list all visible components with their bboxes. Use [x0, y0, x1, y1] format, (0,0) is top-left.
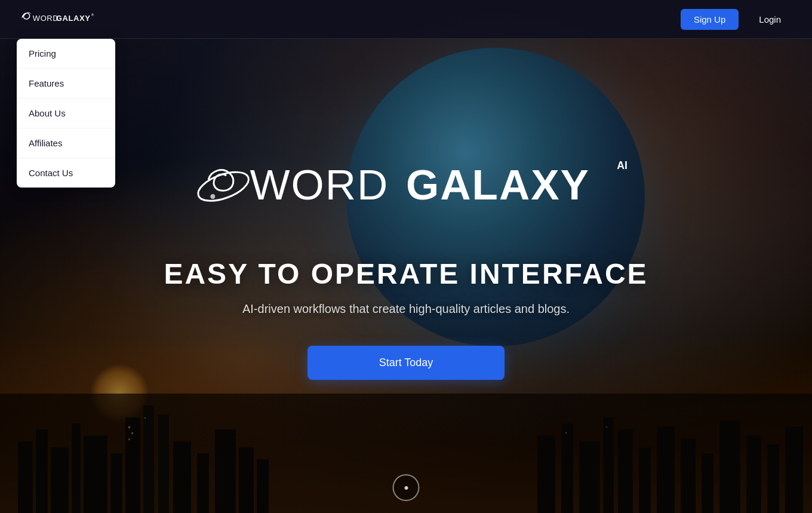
svg-text:GALAXY: GALAXY [56, 14, 91, 23]
nav-buttons: Sign Up Login [681, 9, 794, 30]
logo-icon: WORD GALAXY ® [18, 5, 96, 33]
menu-item-about-us[interactable]: About Us [17, 99, 115, 128]
svg-text:WORD: WORD [250, 161, 389, 208]
menu-item-features[interactable]: Features [17, 69, 115, 99]
login-button[interactable]: Login [746, 9, 794, 30]
svg-text:®: ® [91, 13, 94, 17]
hero-content: WORD GALAXY AI EASY TO OPERATE INTERFACE… [0, 0, 812, 513]
hero-title: EASY TO OPERATE INTERFACE [164, 257, 648, 290]
menu-item-contact-us[interactable]: Contact Us [17, 158, 115, 188]
dropdown-menu: Pricing Features About Us Affiliates Con… [17, 39, 115, 188]
hero-subtitle: AI-driven workflows that create high-qua… [242, 302, 570, 316]
scroll-circle [393, 474, 420, 501]
svg-text:AI: AI [617, 159, 628, 171]
svg-point-38 [210, 194, 215, 199]
menu-item-pricing[interactable]: Pricing [17, 39, 115, 69]
scroll-dot [404, 486, 408, 490]
svg-point-37 [195, 167, 253, 207]
start-today-button[interactable]: Start Today [307, 346, 505, 380]
hero-logo: WORD GALAXY AI [182, 151, 630, 221]
navbar: WORD GALAXY ® Sign Up Login [0, 0, 812, 39]
svg-text:WORD: WORD [33, 14, 59, 23]
logo-area: WORD GALAXY ® [18, 5, 96, 33]
signup-button[interactable]: Sign Up [681, 9, 739, 30]
scroll-indicator [393, 474, 420, 501]
menu-item-affiliates[interactable]: Affiliates [17, 128, 115, 158]
svg-text:GALAXY: GALAXY [406, 161, 590, 208]
